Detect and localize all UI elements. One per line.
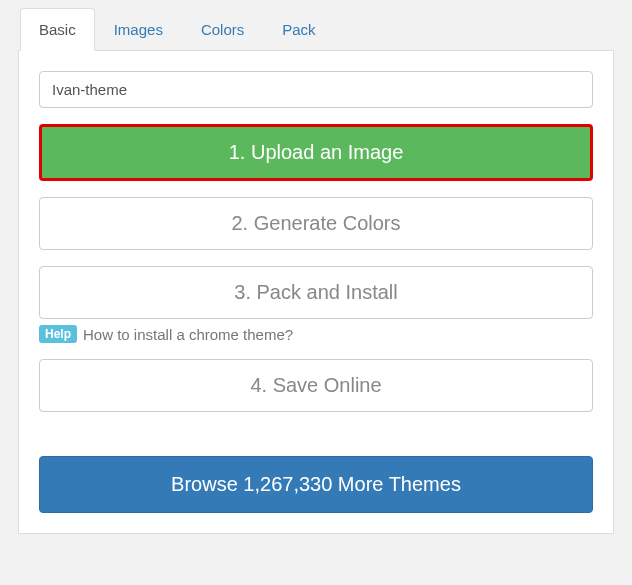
tab-basic[interactable]: Basic	[20, 8, 95, 51]
tabs-bar: Basic Images Colors Pack	[0, 0, 632, 51]
browse-themes-button[interactable]: Browse 1,267,330 More Themes	[39, 456, 593, 513]
page-container: Basic Images Colors Pack 1. Upload an Im…	[0, 0, 632, 534]
basic-panel: 1. Upload an Image 2. Generate Colors 3.…	[18, 50, 614, 534]
theme-name-input[interactable]	[39, 71, 593, 108]
pack-install-button[interactable]: 3. Pack and Install	[39, 266, 593, 319]
upload-image-button[interactable]: 1. Upload an Image	[39, 124, 593, 181]
help-row: Help How to install a chrome theme?	[39, 325, 593, 343]
help-text[interactable]: How to install a chrome theme?	[83, 326, 293, 343]
tab-pack[interactable]: Pack	[263, 8, 334, 51]
generate-colors-button[interactable]: 2. Generate Colors	[39, 197, 593, 250]
help-badge[interactable]: Help	[39, 325, 77, 343]
tab-images[interactable]: Images	[95, 8, 182, 51]
tab-colors[interactable]: Colors	[182, 8, 263, 51]
save-online-button[interactable]: 4. Save Online	[39, 359, 593, 412]
